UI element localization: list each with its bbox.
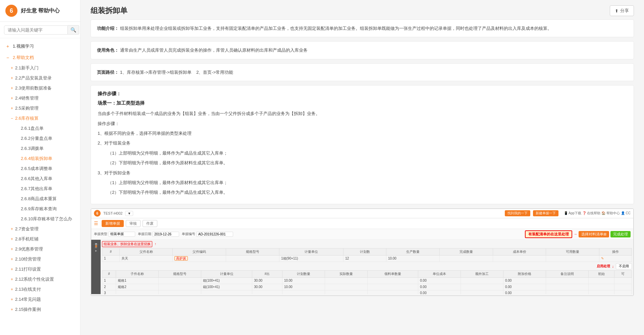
sidebar-item-2-8[interactable]: + 2.8手机旺辅 (5, 234, 80, 244)
scenario-desc: 当由多个子件材料组装成一个成品的业务为【组装】业务，当由一个父件拆分成多个子产品… (98, 110, 627, 117)
search-container: 🔍 (0, 22, 80, 38)
plus-sub-icon: + (11, 237, 13, 241)
intro-block: 功能介绍： 组装拆卸单用来处理企业组装或拆卸等加工业务，支持有固定装配清单的产品… (91, 19, 634, 37)
steps-sub-label: 操作步骤： (98, 120, 627, 127)
sidebar-item-2-6-6[interactable]: 2.6.6其他入库单 (11, 174, 80, 184)
menu-icon[interactable]: ☰ (94, 221, 98, 226)
sidebar-item-2-6-8[interactable]: 2.6.8商品成本重算 (11, 194, 80, 204)
step-3-1: （1）上部明细为父件明细，最终作为原材料生成其它出库单； (98, 179, 627, 186)
table-row: 1 关天 高炉炭 1箱(90+11) 12 10.00 (102, 255, 632, 262)
app-btn1[interactable]: 找到我的一下 (505, 210, 530, 216)
tab-void[interactable]: 作废 (143, 220, 157, 227)
date-label: 单据日期 (138, 232, 151, 236)
no-field: 单据编号 (182, 232, 233, 237)
page-title: 组装拆卸单 (91, 6, 127, 16)
sidebar-item-2-10[interactable]: + 2.10经营管理 (5, 254, 80, 264)
col-unit: 计量单位 (279, 248, 343, 255)
sidebar-header: 6 好生意 帮助中心 (0, 0, 80, 22)
plus-sub-icon: + (11, 76, 13, 80)
nav-group-video: 1.视频学习 (0, 41, 80, 52)
sidebar-item-2-13[interactable]: + 2.13在线支付 (5, 284, 80, 294)
lower-table: # 子件名称 规格型号 计量单位 #出 计划数量 实际数量 领料单数量 单位成本 (102, 270, 632, 294)
sidebar-item-2-11[interactable]: + 2.11打印设置 (5, 264, 80, 274)
upper-table: # 父件名称 父件编码 规格型号 计量单位 计划数 生产数量 完成数量 成本单价 (102, 248, 632, 262)
minus-sub-icon: − (11, 116, 13, 121)
search-input[interactable] (4, 25, 68, 35)
left-icon-2: ▶ (95, 249, 97, 252)
sidebar-item-2-1[interactable]: + 2.1新手入门 (5, 63, 80, 73)
plus-sub-icon: + (11, 66, 13, 70)
plus-sub-icon: + (11, 227, 13, 231)
left-panel: 自营 新增单 ⊞ ▶ (91, 240, 101, 294)
step-3-2: （2）下部明细为子件明细，最终作为产成品生成其它入库单。 (98, 188, 627, 196)
intro-text: 组装拆卸单用来处理企业组装或拆卸等加工业务，支持有固定装配清单的产品加工业务，也… (120, 26, 552, 31)
sidebar-item-2-6-5[interactable]: 2.6.5成本调整单 (11, 164, 80, 174)
share-button[interactable]: ⬆ 分享 (610, 5, 634, 16)
sidebar: 6 好生意 帮助中心 🔍 1.视频学习 2.帮助文档 + 2.1新手入门 (0, 0, 80, 335)
docs-subgroup: + 2.1新手入门 + 2.2产品安装及登录 + 2.3使用前数据准备 + 2.… (0, 63, 80, 315)
search-button[interactable]: 🔍 (68, 25, 79, 35)
sidebar-item-2-6-10[interactable]: 2.6.10库存账本错了怎么办 (11, 214, 80, 224)
main-content: 组装拆卸单 ⬆ 分享 功能介绍： 组装拆卸单用来处理企业组装或拆卸等加工业务，支… (80, 0, 644, 335)
sidebar-item-2-6-3[interactable]: 2.6.3调拨单 (11, 144, 80, 154)
sidebar-item-2-6-7[interactable]: 2.6.7其他出库单 (11, 184, 80, 194)
upper-annotation: 组装业务、拆卸业务在这里切换 ↑ (102, 241, 632, 247)
sidebar-item-2-12[interactable]: + 2.12系统个性化设置 (5, 274, 80, 284)
sidebar-item-2-6-2[interactable]: 2.6.2分量盘点单 (11, 133, 80, 144)
enable-btn[interactable]: 不启用 (616, 263, 632, 269)
sidebar-item-2-7[interactable]: + 2.7资金管理 (5, 224, 80, 234)
type-input[interactable] (108, 232, 135, 237)
app-id: TEST-H002 (103, 211, 122, 215)
sidebar-item-video[interactable]: 1.视频学习 (0, 41, 80, 52)
col-produce: 生产数量 (386, 248, 439, 255)
sidebar-item-2-6[interactable]: − 2.6库存核算 (5, 113, 80, 123)
sidebar-item-docs-label: 2.帮助文档 (13, 55, 34, 61)
date-input[interactable] (152, 232, 179, 237)
edit-icon[interactable]: ✎ (601, 257, 604, 260)
nav-group-docs: 2.帮助文档 + 2.1新手入门 + 2.2产品安装及登录 + 2.3使用前数据… (0, 52, 80, 315)
brand-name: 好生意 帮助中心 (21, 7, 60, 14)
sidebar-nav: 1.视频学习 2.帮助文档 + 2.1新手入门 + 2.2产品安装及登录 + (0, 38, 80, 335)
logo-icon: 6 (5, 5, 17, 17)
process-btn[interactable]: 选择对料清单⊞ (579, 231, 609, 237)
confirm-btn[interactable]: 完成处理 (610, 231, 631, 237)
app-dropdown[interactable]: ▼ (125, 211, 133, 216)
plus-sub-icon: + (11, 247, 13, 252)
plus-sub-icon: + (11, 106, 13, 111)
highlight-cell: 高炉炭 (174, 256, 188, 261)
plus-sub-icon: + (11, 96, 13, 101)
left-icon-1: ⊞ (95, 246, 97, 249)
app-neworder-btn[interactable]: 新建单据一下 (533, 210, 558, 216)
path-label: 页面路径： (97, 70, 119, 75)
sidebar-item-2-5[interactable]: + 2.5采购管理 (5, 103, 80, 113)
share-icon: ⬆ (615, 8, 619, 13)
path-item-1: 1、库存核算->库存管理->组装拆卸单 (120, 70, 192, 75)
lower-row-3: 3 0.00 0.00 (102, 290, 632, 294)
step-2: 2、对于组装业务 (98, 139, 627, 147)
plus-sub-icon: + (11, 277, 13, 282)
sidebar-item-2-6-9[interactable]: 2.6.9库存账本查询 (11, 204, 80, 214)
plus-icon (5, 44, 10, 49)
main-header: 组装拆卸单 ⬆ 分享 (80, 0, 644, 19)
annotation-area-1: 有装配清单的在这里处理 → 选择对料清单⊞ 完成处理 (525, 230, 631, 238)
arrow-icon-2: ↑ (155, 242, 156, 246)
role-text: 通常由生产人员或库管人员完成拆装业务的操作，库管人员确认原材料的出库和产成品的入… (120, 48, 308, 53)
sidebar-item-2-9[interactable]: + 2.9优惠券管理 (5, 244, 80, 254)
tab-new-order[interactable]: 新增单据 (102, 220, 124, 227)
tab-audit[interactable]: 审核 (126, 220, 141, 227)
sidebar-item-2-15[interactable]: + 2.15操作案例 (5, 304, 80, 315)
sidebar-item-2-2[interactable]: + 2.2产品安装及登录 (5, 73, 80, 83)
lower-row-1: 1 规格1 箱(100+41) 30.00 10.00 0.00 (102, 277, 632, 284)
sidebar-item-2-4[interactable]: + 2.4销售管理 (5, 93, 80, 103)
step-1: 1、根据不同的业务，选择不同单据的类型来处理 (98, 129, 627, 137)
sidebar-item-video-label: 1.视频学习 (13, 43, 34, 49)
app-screenshot: 6 TEST-H002 ▼ 找到我的一下 新建单据一下 📱 App下载 ❓ 在线… (91, 209, 634, 296)
annotation-badge-1: 有装配清单的在这里处理 (525, 230, 572, 238)
sidebar-item-2-6-1[interactable]: 2.6.1盘点单 (11, 123, 80, 133)
sidebar-item-2-6-4[interactable]: 2.6.4组装拆卸单 (11, 154, 80, 164)
sidebar-item-docs[interactable]: 2.帮助文档 (0, 52, 80, 63)
sidebar-item-2-14[interactable]: + 2.14常见问题 (5, 294, 80, 304)
no-input[interactable] (196, 232, 233, 237)
steps-header: 操作步骤： (98, 91, 627, 97)
sidebar-item-2-3[interactable]: + 2.3使用前数据准备 (5, 83, 80, 93)
